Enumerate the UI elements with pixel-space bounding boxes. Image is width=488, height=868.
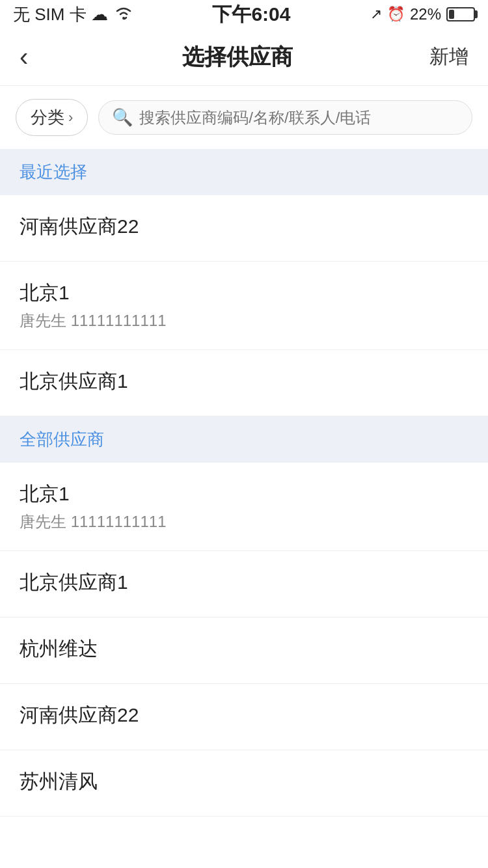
item-name: 河南供应商22 [20, 702, 468, 729]
item-name: 北京1 [20, 280, 468, 306]
all-list-item[interactable]: 河南供应商22 [0, 684, 488, 750]
recent-list-item[interactable]: 河南供应商22 [0, 195, 488, 262]
battery-icon [446, 7, 475, 21]
recent-section-header: 最近选择 [0, 149, 488, 195]
category-button[interactable]: 分类 › [16, 99, 88, 136]
item-name: 苏州清风 [20, 768, 468, 795]
status-bar: 无 SIM 卡 ☁ 下午6:04 ↗ ⏰ 22% [0, 0, 488, 29]
wifi-icon [115, 5, 133, 25]
category-label: 分类 [31, 106, 64, 129]
alarm-icon: ⏰ [387, 6, 405, 23]
recent-items-list: 河南供应商22北京1唐先生 11111111111北京供应商1 [0, 195, 488, 416]
battery-percent: 22% [410, 5, 441, 23]
all-list-item[interactable]: 杭州维达 [0, 617, 488, 684]
status-time: 下午6:04 [212, 1, 290, 28]
all-list-item[interactable]: 苏州清风 [0, 750, 488, 817]
status-left: 无 SIM 卡 ☁ [13, 3, 133, 26]
item-name: 北京供应商1 [20, 368, 468, 395]
recent-list-item[interactable]: 北京供应商1 [0, 350, 488, 416]
item-name: 北京1 [20, 481, 468, 508]
item-name: 杭州维达 [20, 636, 468, 662]
filter-bar: 分类 › 🔍 [0, 86, 488, 149]
item-name: 河南供应商22 [20, 213, 468, 240]
all-items-list: 北京1唐先生 11111111111北京供应商1杭州维达河南供应商22苏州清风 [0, 463, 488, 817]
battery-fill [449, 10, 454, 19]
chevron-right-icon: › [68, 109, 73, 126]
page-title: 选择供应商 [182, 42, 293, 72]
search-input[interactable] [139, 109, 459, 127]
item-sub: 唐先生 11111111111 [20, 511, 468, 532]
back-button[interactable]: ‹ [20, 42, 59, 72]
recent-list-item[interactable]: 北京1唐先生 11111111111 [0, 262, 488, 350]
recent-label: 最近选择 [20, 162, 87, 182]
all-list-item[interactable]: 北京1唐先生 11111111111 [0, 463, 488, 551]
sim-status: 无 SIM 卡 ☁ [13, 3, 108, 26]
nav-bar: ‹ 选择供应商 新增 [0, 29, 488, 86]
status-right: ↗ ⏰ 22% [370, 5, 475, 23]
search-icon: 🔍 [112, 107, 133, 128]
all-label: 全部供应商 [20, 429, 104, 449]
all-section-header: 全部供应商 [0, 416, 488, 463]
search-bar: 🔍 [98, 100, 472, 135]
item-name: 北京供应商1 [20, 569, 468, 596]
item-sub: 唐先生 11111111111 [20, 310, 468, 331]
add-button[interactable]: 新增 [416, 44, 468, 70]
svg-point-0 [122, 17, 125, 20]
all-list-item[interactable]: 北京供应商1 [0, 551, 488, 617]
location-icon: ↗ [370, 6, 382, 23]
